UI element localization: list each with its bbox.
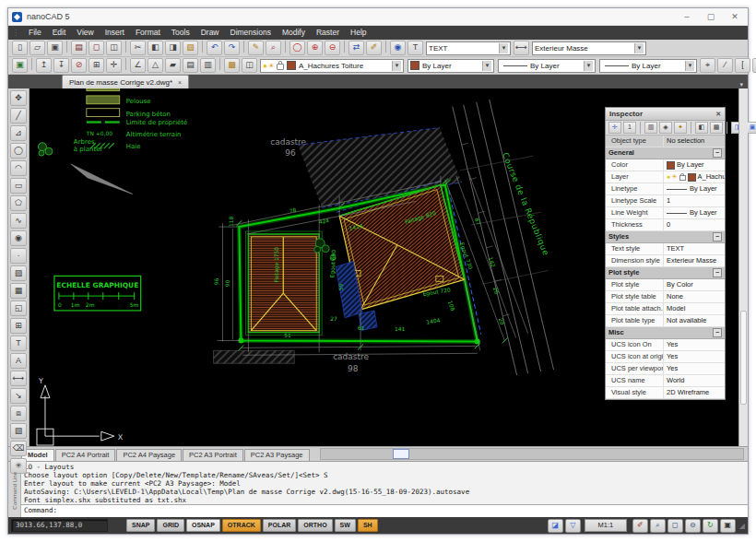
qnew-icon[interactable]: ▣ xyxy=(12,58,28,73)
fit-icon[interactable]: ⊞ xyxy=(89,58,104,73)
ellipse-icon[interactable]: ◉ xyxy=(10,230,27,246)
undo-icon[interactable]: ↶ xyxy=(207,41,222,55)
vertical-scrollbar[interactable] xyxy=(738,88,748,446)
grid-icon[interactable]: ▩ xyxy=(710,122,723,134)
inspector-row-layer[interactable]: Layer ●☀A_Hachures... xyxy=(606,171,725,183)
paste-icon[interactable]: ◨ xyxy=(165,41,181,55)
linetype-combo[interactable]: By Layer ▼ xyxy=(498,59,596,73)
close-icon[interactable]: ✕ xyxy=(715,111,721,118)
inspector-row-color[interactable]: Color By Layer xyxy=(606,159,725,171)
quick-select-icon[interactable]: ✦ xyxy=(674,122,687,134)
toggle-osnap[interactable]: OSNAP xyxy=(186,519,220,532)
menu-help[interactable]: Help xyxy=(345,26,372,40)
inspector-row-object-type[interactable]: Object type No selection xyxy=(606,136,725,147)
chevron-down-icon[interactable]: ▼ xyxy=(584,61,593,71)
menu-draw[interactable]: Draw xyxy=(195,26,225,40)
menu-file[interactable]: File xyxy=(23,26,47,40)
inspector-row-lineweight[interactable]: Line Weight By Layer xyxy=(606,207,725,219)
menu-modify[interactable]: Modify xyxy=(277,26,311,40)
inspector-row-visual-style[interactable]: Visual style 2D Wireframe xyxy=(606,387,725,399)
brush-icon[interactable]: ✐ xyxy=(366,41,382,55)
maximize-icon[interactable]: ▢ xyxy=(702,11,720,23)
spline-icon[interactable]: ∿ xyxy=(10,213,27,229)
close-icon[interactable]: ✕ xyxy=(726,11,744,23)
pick-one-icon[interactable]: 1 xyxy=(623,122,636,134)
space-toggle-icon[interactable]: ▽ xyxy=(565,519,581,533)
inspector-row-plot-style-table[interactable]: Plot style table None xyxy=(606,291,725,303)
inspector-title-bar[interactable]: Inspector ✕ xyxy=(606,108,725,121)
minimize-icon[interactable]: – xyxy=(678,11,696,23)
color-combo[interactable]: By Layer ▼ xyxy=(408,59,494,73)
viewport-icon[interactable]: ▣ xyxy=(720,519,736,533)
layout-tab-a4-paysage[interactable]: PC2 A4 Paysage xyxy=(116,449,182,461)
collapse-icon[interactable]: − xyxy=(713,148,722,158)
inspector-section-styles[interactable]: Styles − xyxy=(606,231,725,243)
publish-icon[interactable]: ◫ xyxy=(106,41,122,55)
zoom-out-icon[interactable]: ⊖ xyxy=(325,41,340,55)
sun-icon[interactable]: ☀ xyxy=(268,62,275,70)
menu-raster[interactable]: Raster xyxy=(311,26,345,40)
chevron-down-icon[interactable]: ▼ xyxy=(499,43,508,53)
help-icon[interactable]: ◉ xyxy=(390,41,406,55)
inspector-row-linetype-scale[interactable]: Linetype Scale 1 xyxy=(606,195,725,207)
zoom-rt-icon[interactable]: ⌕ xyxy=(650,519,666,533)
area-icon[interactable]: ▰ xyxy=(165,58,181,73)
mtext-icon[interactable]: A xyxy=(10,353,27,369)
apply-style-icon[interactable]: ◈ xyxy=(659,122,672,134)
new-icon[interactable]: ▯ xyxy=(12,41,28,55)
command-history[interactable]: LO - LayoutsChoose layout option [Copy/D… xyxy=(21,462,748,504)
inspector-row-ucs-icon-origin[interactable]: UCS icon at origin Yes xyxy=(606,351,725,363)
sel-spline-icon[interactable]: ∿ xyxy=(752,58,756,73)
inspector-row-thickness[interactable]: Thickness 0 xyxy=(606,219,725,231)
inspector-row-plot-table-attach[interactable]: Plot table attach... Model xyxy=(606,303,725,315)
match-props-icon[interactable]: ▨ xyxy=(183,41,198,55)
redo-icon[interactable]: ↷ xyxy=(224,41,240,55)
move-up-icon[interactable]: ↥ xyxy=(36,58,52,73)
gradient-icon[interactable]: ▦ xyxy=(10,283,27,299)
chevron-down-icon[interactable]: ▼ xyxy=(634,43,644,53)
drawing-canvas[interactable]: Pelouse Parking béton Limite de propriét… xyxy=(30,88,738,446)
sel-rect-icon[interactable]: ⌖ xyxy=(700,58,715,73)
collapse-icon[interactable]: − xyxy=(713,268,722,277)
erase-icon[interactable]: ⌫ xyxy=(10,441,27,456)
regen-icon[interactable]: ↻ xyxy=(703,519,718,533)
text-style-icon[interactable]: T xyxy=(408,41,423,55)
plot-icon[interactable]: ▤ xyxy=(71,41,87,55)
dim-style-combo[interactable]: Exterieur Masse ▼ xyxy=(532,41,646,55)
toggle-polar[interactable]: POLAR xyxy=(263,519,297,532)
scale-display[interactable]: M1:1 xyxy=(585,519,627,532)
pan-icon[interactable]: ⇄ xyxy=(348,41,364,55)
inspector-section-general[interactable]: General − xyxy=(606,147,725,159)
inspector-row-ucs-per-viewport[interactable]: UCS per viewport Yes xyxy=(606,363,725,375)
props-icon[interactable]: ◧ xyxy=(695,122,708,134)
layout-tab-a3-portrait[interactable]: PC2 A3 Portrait xyxy=(183,449,243,461)
inspector-row-plot-style[interactable]: Plot style By Color xyxy=(606,279,725,291)
close-icon[interactable]: × xyxy=(178,79,182,86)
id-icon[interactable]: ▥ xyxy=(200,58,216,73)
inspector-row-linetype[interactable]: Linetype By Layer xyxy=(606,183,725,195)
zoom-realtime-icon[interactable]: ⌕ xyxy=(266,41,281,55)
menu-dimensions[interactable]: Dimensions xyxy=(225,26,277,40)
polyline-icon[interactable]: ⊿ xyxy=(10,125,27,141)
lineweight-combo[interactable]: By Layer ▼ xyxy=(599,59,697,73)
resize-grip[interactable]: ◢ xyxy=(739,522,745,530)
copy-style-icon[interactable]: ▥ xyxy=(644,122,657,134)
rectangle-icon[interactable]: ▭ xyxy=(10,178,27,194)
text-style-combo[interactable]: TEXT ▼ xyxy=(426,41,511,55)
inspector-row-text-style[interactable]: Text style TEXT xyxy=(606,243,725,255)
text-icon[interactable]: T xyxy=(10,336,27,351)
collapse-icon[interactable]: − xyxy=(713,232,722,242)
lock-icon[interactable] xyxy=(277,64,284,70)
layer-prev-icon[interactable]: ◫ xyxy=(242,58,257,73)
collapse-icon[interactable]: − xyxy=(713,328,722,337)
dim-style-icon[interactable]: ⟷ xyxy=(514,41,529,55)
command-input[interactable]: Command: xyxy=(21,504,748,517)
no-plot-icon[interactable]: ⊘ xyxy=(71,58,87,73)
layout-tab-a4-portrait[interactable]: PC2 A4 Portrait xyxy=(55,449,116,461)
chevron-down-icon[interactable]: ▼ xyxy=(392,61,401,71)
menu-view[interactable]: View xyxy=(71,26,99,40)
menu-format[interactable]: Format xyxy=(130,26,166,40)
toggle-ortho[interactable]: ORTHO xyxy=(298,519,332,532)
scrollbar-thumb[interactable] xyxy=(740,311,747,406)
angle-icon[interactable]: ∠ xyxy=(130,58,146,73)
